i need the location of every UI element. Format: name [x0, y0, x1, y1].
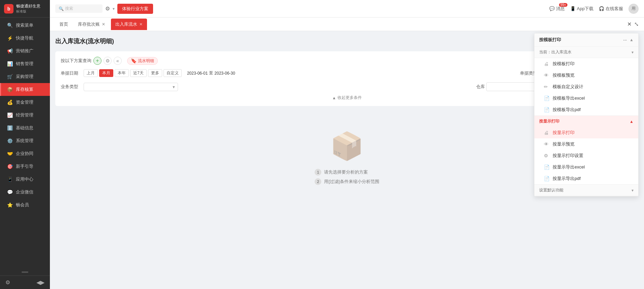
empty-illustration: 📦 [330, 130, 364, 162]
add-filter-btn[interactable]: + [93, 57, 101, 65]
filter-settings-btn[interactable]: ⚙ [104, 57, 112, 65]
sidebar-bottom: ⚙ ◀▶ [0, 275, 50, 289]
tab-expand-icon[interactable]: ⤡ [634, 21, 639, 27]
sidebar-item-finance[interactable]: 💰 资金管理 [0, 96, 50, 109]
dropdown-display-label: 按显示打印 [539, 119, 559, 124]
sidebar-item-basic-info[interactable]: ℹ️ 基础信息 [0, 122, 50, 134]
filter-collapse-btn[interactable]: « [114, 57, 122, 65]
sidebar-item-sales[interactable]: 📊 销售管理 [0, 57, 50, 70]
tab-inventory-flow[interactable]: 出入库流水 ✕ [111, 19, 147, 30]
dropdown-chevron-up[interactable]: ▲ [630, 37, 634, 42]
topbar-search[interactable]: 🔍 搜索 [55, 4, 103, 13]
settings-bottom-icon[interactable]: ⚙ [5, 279, 10, 286]
topbar-dropdown-icon[interactable]: ▾ [113, 6, 115, 11]
warehouse-label: 仓库 [476, 84, 485, 90]
sidebar-item-inventory[interactable]: 📦 库存核算 [0, 83, 50, 96]
sidebar-item-wechat[interactable]: 💬 企业微信 [0, 186, 50, 199]
enterprise-icon: 🤝 [6, 151, 13, 156]
user-avatar[interactable]: 用 [628, 4, 639, 14]
member-icon: ⭐ [6, 202, 13, 208]
dropdown-item-template-print[interactable]: 🖨 按模板打印 [534, 58, 638, 70]
sidebar-item-enterprise[interactable]: 🤝 企业协同 [0, 147, 50, 160]
message-icon: 💬 [549, 6, 555, 11]
search-small-icon: 🔍 [59, 6, 64, 11]
sidebar-item-guide[interactable]: 🎯 新手引导 [0, 160, 50, 173]
sidebar-item-search[interactable]: 🔍 搜索菜单 [0, 19, 50, 32]
date-btn-this-year[interactable]: 本年 [115, 69, 129, 77]
collapse-btn[interactable]: ▲ 收起更多条件 [332, 95, 362, 101]
business-type-field[interactable]: ▾ [84, 83, 178, 91]
online-service-btn[interactable]: 🎧 在线客服 [599, 6, 623, 12]
message-btn[interactable]: 💬 消息 99+ [549, 6, 565, 12]
topbar: 🔍 搜索 ⚙ ▾ 体验行业方案 💬 消息 99+ 📱 App下载 🎧 在线客服 … [50, 0, 644, 18]
business-type-chevron: ▾ [173, 84, 175, 89]
dropdown-item-display-preview[interactable]: 👁 按显示预览 [534, 138, 638, 150]
date-btn-this-month[interactable]: 本月 [99, 69, 113, 77]
purchase-icon: 🛒 [6, 74, 13, 79]
wechat-icon: 💬 [6, 189, 13, 195]
sidebar-item-system[interactable]: ⚙️ 系统管理 [0, 134, 50, 147]
operations-icon: 📈 [6, 112, 13, 118]
dropdown-current-chevron: ▾ [632, 50, 634, 55]
sidebar-item-member[interactable]: ⭐ 畅会员 [0, 199, 50, 211]
date-btn-7days[interactable]: 近7天 [130, 69, 147, 77]
dropdown-display-chevron-up: ▲ [630, 119, 634, 124]
date-btn-custom[interactable]: 自定义 [164, 69, 182, 77]
dropdown-display-header[interactable]: 按显示打印 ▲ [534, 116, 638, 127]
step-num-2: 2 [315, 178, 321, 185]
trial-btn[interactable]: 体验行业方案 [117, 4, 153, 14]
dropdown-current-header[interactable]: 当前：出入库流水 ▾ [534, 47, 638, 58]
logo-icon: b [4, 4, 13, 14]
tab-batch-account-close[interactable]: ✕ [102, 22, 105, 27]
dropdown-current-section: 当前：出入库流水 ▾ [534, 47, 638, 58]
dropdown-header: 按模板打印 ··· ▲ [534, 33, 638, 47]
sidebar-item-marketing[interactable]: 📢 营销推广 [0, 45, 50, 57]
filter-tag[interactable]: 🔖 流水明细 [127, 57, 158, 65]
dropdown-item-template-pdf[interactable]: 📄 按模板导出pdf [534, 104, 638, 115]
app-download-btn[interactable]: 📱 App下载 [570, 6, 593, 12]
dropdown-item-template-preview[interactable]: 👁 按模板预览 [534, 70, 638, 81]
excel-display-icon: 📄 [544, 164, 550, 170]
empty-steps: 1 请先选择要分析的方案 2 用[过滤]条件来缩小分析范围 [315, 169, 379, 185]
sidebar-item-app-center[interactable]: 📱 应用中心 [0, 173, 50, 186]
dropdown-item-display-pdf[interactable]: 📄 按显示导出pdf [534, 173, 638, 184]
tab-close-all-icon[interactable]: ✕ [627, 21, 632, 27]
dropdown-item-template-excel[interactable]: 📄 按模板导出excel [534, 93, 638, 104]
collapse-sidebar-icon[interactable]: ◀▶ [36, 279, 45, 286]
tab-inventory-flow-close[interactable]: ✕ [139, 22, 143, 27]
sidebar-item-quick-nav[interactable]: ⚡ 快捷导航 [0, 32, 50, 45]
query-label: 按以下方案查询 [61, 58, 91, 64]
main-area: 🔍 搜索 ⚙ ▾ 体验行业方案 💬 消息 99+ 📱 App下载 🎧 在线客服 … [50, 0, 644, 289]
dropdown-item-display-print[interactable]: 🖨 按显示打印 [534, 127, 638, 138]
dropdown-item-display-excel[interactable]: 📄 按显示导出excel [534, 161, 638, 173]
chevron-up-icon: ▲ [332, 96, 336, 100]
app-version: 标准版 [16, 9, 40, 14]
dropdown-more-icon[interactable]: ··· [623, 37, 627, 43]
app-center-icon: 📱 [6, 177, 13, 182]
search-placeholder-text: 搜索 [65, 6, 73, 11]
excel-template-icon: 📄 [544, 96, 550, 101]
dropdown-item-template-design[interactable]: ✏ 模板自定义设计 [534, 81, 638, 93]
settings-display-icon: ⚙ [544, 153, 550, 158]
sidebar: b 畅捷通好生意 标准版 🔍 搜索菜单 ⚡ 快捷导航 📢 营销推广 📊 销售管理… [0, 0, 50, 289]
sidebar-item-purchase[interactable]: 🛒 采购管理 [0, 70, 50, 83]
dropdown-bottom-header[interactable]: 设置默认功能 ▾ [534, 185, 638, 196]
date-btn-last-month[interactable]: 上月 [84, 69, 98, 77]
tab-home[interactable]: 首页 [55, 21, 72, 27]
dropdown-header-icons: ··· ▲ [623, 37, 634, 43]
quick-nav-icon: ⚡ [6, 35, 13, 41]
app-name: 畅捷通好生意 [16, 3, 40, 9]
tab-batch-account[interactable]: 库存批次账 ✕ [74, 19, 110, 30]
query-label-group: 按以下方案查询 + ⚙ « [61, 57, 122, 65]
dropdown-item-display-print-settings[interactable]: ⚙ 按显示打印设置 [534, 150, 638, 161]
filter-tag-icon: 🔖 [131, 58, 137, 63]
date-btn-more[interactable]: 更多 [148, 69, 162, 77]
dropdown-current-label: 当前：出入库流水 [539, 49, 572, 55]
set-default-label: 设置默认功能 [539, 187, 563, 193]
topbar-gear-icon[interactable]: ⚙ [105, 5, 110, 12]
system-icon: ⚙️ [6, 138, 13, 143]
date-to: 2023-06-30 [214, 71, 235, 76]
guide-icon: 🎯 [6, 164, 13, 169]
dropdown-title: 按模板打印 [539, 37, 561, 43]
sidebar-item-operations[interactable]: 📈 经营管理 [0, 109, 50, 122]
